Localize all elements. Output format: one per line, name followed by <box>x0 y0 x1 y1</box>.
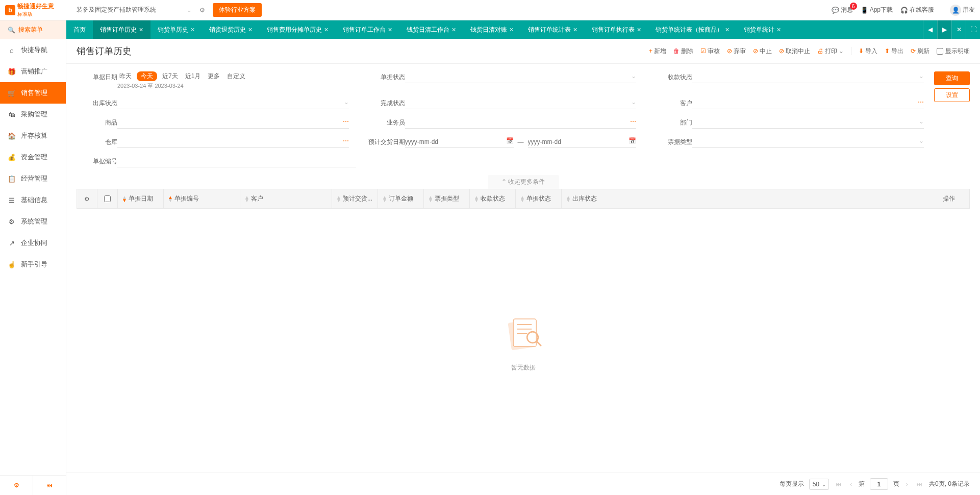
dept-input[interactable] <box>692 117 924 129</box>
out-status-input[interactable] <box>117 97 349 109</box>
calendar-icon[interactable]: 📅 <box>506 137 514 144</box>
chevron-down-icon[interactable]: ⌄ <box>919 137 924 144</box>
sidebar-item-7[interactable]: ☰基础信息 <box>0 189 66 211</box>
tab-scroll-right[interactable]: ▶ <box>937 20 951 39</box>
salesman-input[interactable] <box>405 117 637 129</box>
sidebar-item-6[interactable]: 📋经营管理 <box>0 168 66 189</box>
setting-button[interactable]: 设置 <box>934 88 970 102</box>
chevron-down-icon[interactable]: ⌄ <box>631 72 636 80</box>
collapse-filter-button[interactable]: ⌃ 收起更多条件 <box>488 175 559 189</box>
sidebar-item-3[interactable]: 🛍采购管理 <box>0 104 66 125</box>
print-button[interactable]: 🖨打印 ⌄ <box>817 47 844 56</box>
select-all[interactable] <box>97 189 118 208</box>
more-icon[interactable]: ⋯ <box>630 118 636 125</box>
audit-button[interactable]: ☑审核 <box>700 47 720 56</box>
chevron-down-icon[interactable]: ⌄ <box>631 98 636 106</box>
close-icon[interactable]: ✕ <box>637 27 641 33</box>
tab-9[interactable]: 销售订单执行表✕ <box>585 20 648 39</box>
page-input[interactable] <box>870 478 888 490</box>
column-settings[interactable]: ⚙ <box>77 189 97 208</box>
experience-button[interactable]: 体验行业方案 <box>213 3 262 17</box>
receipt-status-input[interactable] <box>692 71 924 83</box>
page-size-select[interactable]: 50 ⌄ <box>809 479 829 490</box>
tab-0[interactable]: 首页 <box>66 20 93 39</box>
sidebar-item-10[interactable]: ☝新手引导 <box>0 254 66 275</box>
date-tab-2[interactable]: 近7天 <box>160 71 180 81</box>
tab-close-all[interactable]: ✕ <box>951 20 966 39</box>
calendar-icon[interactable]: 📅 <box>629 137 636 144</box>
sidebar-item-4[interactable]: 🏠库存核算 <box>0 125 66 146</box>
tab-5[interactable]: 销售订单工作台✕ <box>336 20 399 39</box>
refresh-button[interactable]: ⟳刷新 <box>911 47 929 56</box>
sidebar-item-9[interactable]: ↗企业协同 <box>0 232 66 254</box>
close-icon[interactable]: ✕ <box>324 27 329 33</box>
tab-10[interactable]: 销货单统计表（按商品）✕ <box>648 20 737 39</box>
user-menu[interactable]: 👤 用友 <box>950 5 975 16</box>
invoice-type-input[interactable] <box>692 136 924 148</box>
show-detail-checkbox[interactable]: 显示明细 <box>937 47 970 56</box>
online-service-button[interactable]: 🎧 在线客服 <box>900 6 934 14</box>
close-icon[interactable]: ✕ <box>776 27 781 33</box>
system-selector[interactable]: 装备及固定资产辅助管理系统 ⌄ <box>77 6 192 14</box>
th-3[interactable]: ▲▼预计交货... <box>332 189 378 208</box>
tab-11[interactable]: 销货单统计✕ <box>737 20 788 39</box>
th-8[interactable]: ▲▼出库状态 <box>562 189 928 208</box>
close-icon[interactable]: ✕ <box>725 27 730 33</box>
delivery-date-to[interactable] <box>528 136 637 148</box>
chevron-down-icon[interactable]: ⌄ <box>919 72 924 80</box>
date-tab-0[interactable]: 昨天 <box>117 71 134 81</box>
th-5[interactable]: ▲▼票据类型 <box>424 189 470 208</box>
th-0[interactable]: ▲▼单据日期 <box>118 189 164 208</box>
chevron-down-icon[interactable]: ⌄ <box>919 118 924 125</box>
tab-7[interactable]: 钱货日清对账✕ <box>463 20 521 39</box>
delete-button[interactable]: 🗑删除 <box>673 47 693 56</box>
chevron-down-icon[interactable]: ⌄ <box>344 98 349 106</box>
page-last[interactable]: ⏭ <box>915 481 924 488</box>
bill-status-input[interactable] <box>405 71 637 83</box>
page-prev[interactable]: ‹ <box>848 481 853 488</box>
close-icon[interactable]: ✕ <box>248 27 253 33</box>
th-6[interactable]: ▲▼收款状态 <box>470 189 516 208</box>
product-input[interactable] <box>117 117 349 129</box>
more-icon[interactable]: ⋯ <box>918 98 924 106</box>
tab-2[interactable]: 销货单历史✕ <box>150 20 202 39</box>
app-download-button[interactable]: 📱 App下载 <box>861 6 893 14</box>
close-icon[interactable]: ✕ <box>573 27 577 33</box>
close-icon[interactable]: ✕ <box>451 27 456 33</box>
th-2[interactable]: ▲▼客户 <box>240 189 332 208</box>
message-button[interactable]: 💬 消息 6 <box>832 6 853 14</box>
detail-checkbox-input[interactable] <box>937 48 943 55</box>
collapse-sidebar-button[interactable]: ⏮ <box>33 476 66 495</box>
date-tab-4[interactable]: 更多 <box>206 71 222 81</box>
date-tab-1[interactable]: 今天 <box>137 71 157 81</box>
settings-button[interactable]: ⚙ <box>0 476 33 495</box>
tab-4[interactable]: 销售费用分摊单历史✕ <box>260 20 336 39</box>
th-1[interactable]: ▲▼单据编号 <box>164 189 240 208</box>
page-first[interactable]: ⏮ <box>834 481 843 488</box>
close-icon[interactable]: ✕ <box>388 27 392 33</box>
export-button[interactable]: ⬆导出 <box>885 47 903 56</box>
tab-1[interactable]: 销售订单历史✕ <box>93 20 150 39</box>
more-icon[interactable]: ⋯ <box>343 118 349 125</box>
page-next[interactable]: › <box>904 481 910 488</box>
bill-no-input[interactable] <box>117 156 356 167</box>
cancel-stop-button[interactable]: ⊘取消中止 <box>779 47 810 56</box>
gear-icon[interactable]: ⚙ <box>199 7 205 14</box>
sidebar-search[interactable]: 🔍 搜索菜单 <box>0 20 66 39</box>
close-icon[interactable]: ✕ <box>509 27 514 33</box>
query-button[interactable]: 查询 <box>934 71 970 85</box>
tab-6[interactable]: 钱货日清工作台✕ <box>399 20 463 39</box>
sidebar-item-2[interactable]: 🛒销售管理 <box>0 82 66 104</box>
th-4[interactable]: ▲▼订单金额 <box>378 189 424 208</box>
more-icon[interactable]: ⋯ <box>343 137 349 144</box>
sidebar-item-0[interactable]: ⌂快捷导航 <box>0 39 66 61</box>
sidebar-item-8[interactable]: ⚙系统管理 <box>0 211 66 232</box>
close-icon[interactable]: ✕ <box>139 27 143 33</box>
close-icon[interactable]: ✕ <box>190 27 195 33</box>
warehouse-input[interactable] <box>117 136 349 148</box>
import-button[interactable]: ⬇导入 <box>859 47 877 56</box>
tab-scroll-left[interactable]: ◀ <box>923 20 937 39</box>
date-tab-5[interactable]: 自定义 <box>225 71 247 81</box>
fullscreen-button[interactable]: ⛶ <box>966 20 980 39</box>
tab-3[interactable]: 销货退货历史✕ <box>202 20 260 39</box>
